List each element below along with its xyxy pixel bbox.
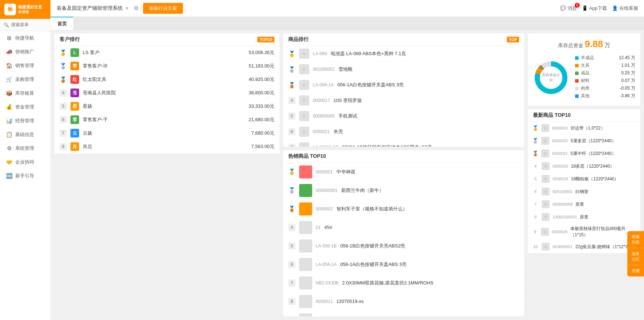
product-image: G	[299, 80, 309, 90]
sidebar-item-marketing[interactable]: 📣 营销推广	[0, 45, 50, 59]
legend-dot	[575, 56, 579, 60]
product-rank-item: 🥉 G LA-056-1A 056-1A白色按键开关盖ABS 3壳	[283, 77, 524, 93]
product-image	[299, 276, 312, 290]
product-name: 18颗粒板（1220*2440）	[571, 176, 619, 182]
rank-item: 6 零 零售客户-于 21,680.00元	[54, 113, 280, 127]
sidebar-item-inventory[interactable]: 📦 库存核算	[0, 86, 50, 100]
trial-button[interactable]: 体验行业方案	[143, 3, 183, 14]
product-code: LA-089	[313, 51, 327, 56]
sidebar-item-operations[interactable]: 📊 经营管理	[0, 114, 50, 128]
hot-products-list: 🥇 0000001 中华神器 🥈 000500001 新西兰牛肉（新牛）	[283, 163, 524, 316]
right-panel: 库存总资金 9.88 万	[528, 33, 640, 316]
rank-item: 4 苍 苍南县人民医院 36,600.00元	[54, 86, 280, 100]
sidebar-item-system[interactable]: ⚙ 系统管理	[0, 141, 50, 155]
rank-number: 8	[288, 298, 295, 305]
sidebar-logo: 畅 畅捷通好生意 标准版	[0, 0, 50, 19]
sidebar-title: 畅捷通好生意	[18, 4, 42, 9]
rank-medal-icon: 🥇	[532, 125, 538, 131]
rank-item: 7 云 云扬 7,680.00元	[54, 127, 280, 140]
product-name: 新西兰牛肉（新牛）	[341, 187, 384, 194]
sidebar-item-sales[interactable]: 🏠 销售管理	[0, 59, 50, 73]
legend-value: 1.01 万	[621, 62, 635, 69]
customer-ranking-header: 客户排行 TOP10	[54, 33, 280, 46]
legend-item: 成品 0.25 万	[575, 70, 635, 76]
rank-avatar: 苍	[70, 89, 79, 97]
legend-label: 材料	[581, 78, 619, 84]
new-product-item: 5 G 0000029 18颗粒板（1220*2440）	[528, 173, 640, 185]
product-name: 电池盖 LA-089 ABS本色+黑种 7.1克	[331, 50, 406, 57]
legend-dot	[575, 94, 579, 98]
customer-service-button[interactable]: 客服热线	[627, 231, 644, 248]
tab-home[interactable]: 首页	[51, 17, 73, 30]
product-image: G	[542, 243, 550, 251]
product-rank-item: 🥈 G 001000002 雪地靴	[283, 62, 524, 77]
search-icon: 🔍	[4, 22, 9, 28]
nav-icon-guide: 🆕	[6, 173, 12, 179]
product-name: 45#	[324, 225, 332, 230]
product-code: 0000017	[313, 98, 330, 103]
product-name: 白钢垫	[575, 189, 588, 195]
inventory-unit: 万	[604, 42, 610, 48]
product-name: 10S 变招罗旋	[334, 97, 362, 104]
sidebar-item-quick-nav[interactable]: ⊞ 快捷导航	[0, 31, 50, 45]
donut-label: 库存资金占比	[542, 73, 560, 83]
product-image: G	[541, 124, 549, 132]
product-image	[299, 165, 312, 179]
settings-icon[interactable]: ⚙	[134, 5, 139, 12]
hot-product-item: 🥈 000500001 新西兰牛肉（新牛）	[283, 181, 524, 200]
product-code: 0000028	[552, 230, 567, 234]
sidebar-item-basics[interactable]: 📋 基础信息	[0, 128, 50, 141]
rank-number: 5	[532, 177, 539, 181]
rank-number: 7	[60, 130, 67, 137]
new-product-item: 🥉 G 0000031 5厘中纤（1220*2440）	[528, 147, 640, 160]
rank-item: 8 肖 肖总 7,563.00元	[54, 140, 280, 153]
rank-medal-icon: 🥈	[532, 138, 538, 144]
rank-name: 苍南县人民医院	[83, 90, 245, 96]
product-image	[299, 239, 312, 253]
rank-medal-icon: 🥉	[60, 76, 67, 83]
main-area: 装备及固定资产辅助管理系统 ▼ ⚙ 体验行业方案 💬 消息 6 📱 App下载 …	[51, 0, 644, 320]
online-service-button[interactable]: 👤 在线客服	[612, 5, 638, 12]
sidebar-item-finance[interactable]: 💰 资金管理	[0, 100, 50, 114]
legend-item: 文具 1.01 万	[575, 62, 635, 69]
app-download-button[interactable]: 📱 App下载	[582, 5, 607, 12]
rank-value: 33,333.00元	[249, 103, 274, 110]
rank-medal-icon: 🥇	[288, 50, 295, 57]
product-name: 056-1A白色按键开关盖ABS 3壳	[337, 82, 404, 88]
sidebar-item-guide[interactable]: 🆕 新手引导	[0, 169, 50, 183]
product-image	[299, 184, 312, 197]
legend-item: 肉类 -0.05 万	[575, 85, 635, 91]
product-image: G	[542, 188, 550, 196]
sidebar: 畅 畅捷通好生意 标准版 🔍 搜索菜单 ⊞ 快捷导航 📣 营销推广 🏠 销售管理…	[0, 0, 51, 320]
rank-value: 53,006.26元	[249, 49, 274, 56]
product-name: 智利车子里（规格不知道填什么）	[337, 206, 407, 212]
product-code: 0000032	[552, 139, 568, 143]
left-panel: 客户排行 TOP10 🥇 L LS 客户 53,006.26元	[54, 33, 280, 316]
nav-icon-finance: 💰	[6, 104, 12, 110]
rank-number: 6	[532, 189, 539, 194]
product-rank-item: 🥇 G LA-089 电池盖 LA-089 ABS本色+黑种 7.1克	[283, 46, 524, 62]
new-product-item: 8 G 10000100001 原查	[528, 211, 640, 223]
product-name: 056-1A白色按键开关盖ABS 3壳	[340, 261, 407, 268]
customer-ranking-badge: TOP10	[257, 37, 274, 42]
hot-product-item: 8 0000011 12070519-xs	[283, 292, 524, 311]
new-product-item: 9 G 0000028 体被蔗枝味苏打饮品400毫升（1*15）	[528, 223, 640, 241]
nav-icon-sales: 🏠	[6, 62, 12, 69]
product-rank-item: 5 G 000800005 手机测试	[283, 108, 524, 124]
rank-number: 7	[288, 279, 295, 287]
rank-medal-icon: 🥉	[532, 151, 538, 156]
rank-medal-icon: 🥇	[60, 49, 67, 56]
rank-avatar: 零	[70, 62, 79, 70]
sidebar-item-cooperation[interactable]: 🤝 企业协同	[0, 155, 50, 169]
product-image: G	[541, 228, 549, 236]
message-button[interactable]: 💬 消息 6	[560, 5, 577, 12]
logo-icon: 畅	[4, 4, 16, 15]
rank-name: LS 客户	[83, 49, 245, 56]
rank-number: 6	[288, 261, 295, 268]
sidebar-item-label: 新手引导	[15, 173, 34, 179]
service-community-button[interactable]: 服务社区	[627, 248, 644, 265]
search-menu[interactable]: 🔍 搜索菜单	[0, 19, 50, 31]
new-product-item: 🥇 G 0000033 封边带（1.0*22）	[528, 122, 640, 135]
live-broadcast-button[interactable]: 直播	[627, 265, 644, 276]
sidebar-item-purchase[interactable]: 🛒 采购管理	[0, 73, 50, 86]
